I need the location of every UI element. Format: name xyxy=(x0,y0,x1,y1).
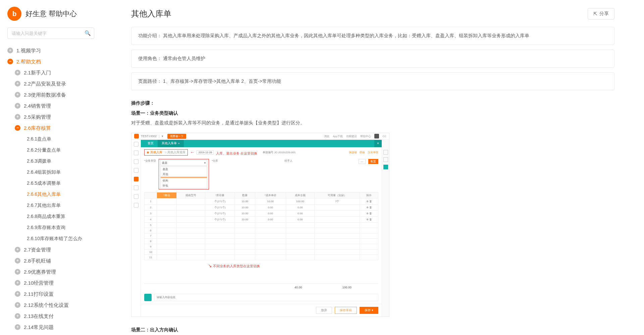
table-row[interactable]: 8 xyxy=(145,238,378,244)
tab-home[interactable]: 首页 xyxy=(144,140,158,147)
nav-label: 1.视频学习 xyxy=(16,45,41,56)
nav-item[interactable]: +2.14常见问题 xyxy=(7,322,94,333)
top-link[interactable]: 帮助中心 xyxy=(360,134,371,138)
steps-heading: 操作步骤： xyxy=(131,98,614,108)
close-icon[interactable]: × xyxy=(374,140,382,147)
nav-item[interactable]: 2.6.3调拨单 xyxy=(7,156,94,167)
nav-item[interactable]: 2.6.10库存账本错了怎么办 xyxy=(7,233,94,244)
dropdown-option[interactable]: 其他 xyxy=(161,172,207,177)
cancel-button[interactable]: 放弃 xyxy=(316,307,332,314)
nav-label: 2.6库存核算 xyxy=(24,122,51,133)
nav-label: 2.6.10库存账本错了怎么办 xyxy=(27,233,82,244)
nav-item[interactable]: +2.4销售管理 xyxy=(7,100,94,111)
nav-item[interactable]: 2.6.2分量盘点单 xyxy=(7,145,94,156)
search-input[interactable] xyxy=(7,27,94,39)
table-row[interactable]: 11 xyxy=(145,255,378,260)
save-button[interactable]: 保存 ▾ xyxy=(360,307,378,314)
draft-button[interactable]: 保存草稿 xyxy=(335,307,357,314)
side-icon[interactable] xyxy=(134,159,139,164)
nav-item[interactable]: 2.6.7其他出库单 xyxy=(7,200,94,211)
toolbar-link[interactable]: 快捷键 xyxy=(349,151,357,154)
table-row[interactable]: 5 xyxy=(145,222,378,228)
side-icon[interactable] xyxy=(134,142,139,147)
toolbar-link[interactable]: 历史单据 xyxy=(368,151,378,154)
right-toolbar-icon[interactable] xyxy=(383,150,388,155)
nav-label: 2.6.3调拨单 xyxy=(27,156,51,167)
table-header: 规格型号 xyxy=(176,192,205,198)
nav-label: 2.1新手入门 xyxy=(24,67,51,78)
nav-item[interactable]: +2.2产品安装及登录 xyxy=(7,78,94,89)
table-header: *商品 xyxy=(157,192,177,198)
toolbar-link[interactable]: 模板 xyxy=(360,151,365,154)
sidebar: b 好生意 帮助中心 🔍 +1.视频学习−2.帮助文档+2.1新手入门+2.2产… xyxy=(0,0,102,335)
nav-label: 2.3使用前数据准备 xyxy=(24,89,66,100)
row-actions[interactable]: ⊕ 🗑 xyxy=(360,204,378,210)
date-field[interactable]: 2019-12-26 xyxy=(197,150,214,155)
biz-type-dropdown[interactable]: 盘盈 ▴ 盘盈其他收购拆包 xyxy=(159,159,209,189)
side-icon[interactable] xyxy=(134,194,139,199)
nav-item[interactable]: +2.13在线支付 xyxy=(7,311,94,322)
nav-item[interactable]: +2.11打印设置 xyxy=(7,288,94,299)
nav-item[interactable]: 2.6.6其他入库单 xyxy=(7,189,94,200)
table-row[interactable]: 4个(1*1个)10.000.000.00⊕ 🗑 xyxy=(145,216,378,222)
doc-type-radio-group[interactable]: ◉ 其他入库 ○ 其他入库退库 xyxy=(144,149,188,156)
side-icon[interactable] xyxy=(134,203,139,208)
nav-item[interactable]: 2.6.1盘点单 xyxy=(7,133,94,145)
top-link[interactable]: 功能建议 xyxy=(346,134,357,138)
row-actions[interactable]: ⊕ 🗑 xyxy=(360,210,378,216)
nav-item[interactable]: 2.6.5成本调整单 xyxy=(7,178,94,189)
nav-label: 2.6.7其他出库单 xyxy=(27,200,61,211)
plus-icon: + xyxy=(15,269,20,275)
dropdown-option[interactable]: 收购 xyxy=(161,178,207,183)
table-row[interactable]: 2个(1*1个)10.000.000.00⊕ 🗑 xyxy=(145,204,378,210)
table-row[interactable]: 10 xyxy=(145,249,378,255)
search-icon[interactable]: 🔍 xyxy=(85,30,91,36)
share-button[interactable]: ⇱ 分享 xyxy=(588,8,614,19)
dropdown-option[interactable]: 盘盈 xyxy=(161,167,207,172)
plus-icon: + xyxy=(15,92,20,98)
table-row[interactable]: 9 xyxy=(145,244,378,249)
table-row[interactable]: 7 xyxy=(145,233,378,238)
page-title: 其他入库单 xyxy=(131,8,171,19)
row-actions[interactable]: ⊕ 🗑 xyxy=(360,216,378,222)
search-wrap: 🔍 xyxy=(7,27,94,39)
top-pill[interactable]: 我要做一下 xyxy=(167,134,186,139)
table-row[interactable]: 6 xyxy=(145,228,378,233)
dropdown-option[interactable]: 拆包 xyxy=(161,183,207,188)
right-toolbar-icon[interactable] xyxy=(383,165,388,169)
nav-item[interactable]: +2.7资金管理 xyxy=(7,244,94,255)
side-icon[interactable] xyxy=(134,151,139,155)
side-icon[interactable] xyxy=(134,177,139,181)
nav-item[interactable]: −2.6库存核算 xyxy=(7,122,94,133)
note-input[interactable] xyxy=(154,294,378,301)
right-toolbar-icon[interactable] xyxy=(383,157,388,162)
nav-item[interactable]: −2.帮助文档 xyxy=(7,56,94,67)
nav-item[interactable]: +2.8手机旺铺 xyxy=(7,255,94,266)
tab-active[interactable]: 其他入库单× xyxy=(158,140,184,147)
nav-item[interactable]: 2.6.4组装拆卸单 xyxy=(7,167,94,178)
nav-item[interactable]: +2.1新手入门 xyxy=(7,67,94,78)
table-row[interactable]: 3个(1*1个)10.000.000.00⊕ 🗑 xyxy=(145,210,378,216)
share-label: 分享 xyxy=(599,11,609,17)
nav-item[interactable]: +2.3使用前数据准备 xyxy=(7,89,94,100)
nav-item[interactable]: +2.5采购管理 xyxy=(7,111,94,122)
config-btn[interactable]: 配置 xyxy=(368,159,378,164)
nav-item[interactable]: 2.6.9库存账本查询 xyxy=(7,222,94,233)
nav-item[interactable]: +2.10经营管理 xyxy=(7,277,94,288)
config-btn[interactable]: ... xyxy=(359,159,366,164)
side-icon[interactable] xyxy=(134,185,139,190)
table-row[interactable]: 1个(1*1个)10.0010.00100.007个⊕ 🗑 xyxy=(145,198,378,204)
top-link[interactable]: App下载 xyxy=(333,134,343,138)
nav-item[interactable]: +1.视频学习 xyxy=(7,45,94,56)
row-actions[interactable]: ⊕ 🗑 xyxy=(360,198,378,204)
top-link[interactable]: 消息 xyxy=(324,134,329,138)
table-header: 数量 xyxy=(235,192,255,198)
logo-icon: b xyxy=(7,7,21,21)
nav-item[interactable]: +2.12系统个性化设置 xyxy=(7,299,94,311)
side-icon[interactable] xyxy=(134,168,139,173)
table-header: *库存量 xyxy=(205,192,235,198)
nav-item[interactable]: 2.6.8商品成本重算 xyxy=(7,211,94,222)
nav-tree: +1.视频学习−2.帮助文档+2.1新手入门+2.2产品安装及登录+2.3使用前… xyxy=(7,45,94,333)
nav-item[interactable]: +2.9优惠券管理 xyxy=(7,266,94,277)
avatar[interactable] xyxy=(374,134,379,138)
